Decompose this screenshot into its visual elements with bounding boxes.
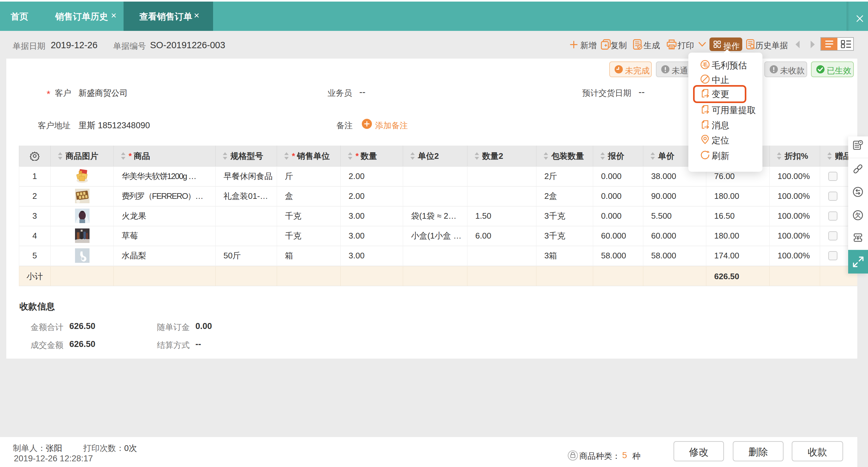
svg-text:欠: 欠 [855,212,861,218]
svg-text:毛: 毛 [703,62,708,67]
